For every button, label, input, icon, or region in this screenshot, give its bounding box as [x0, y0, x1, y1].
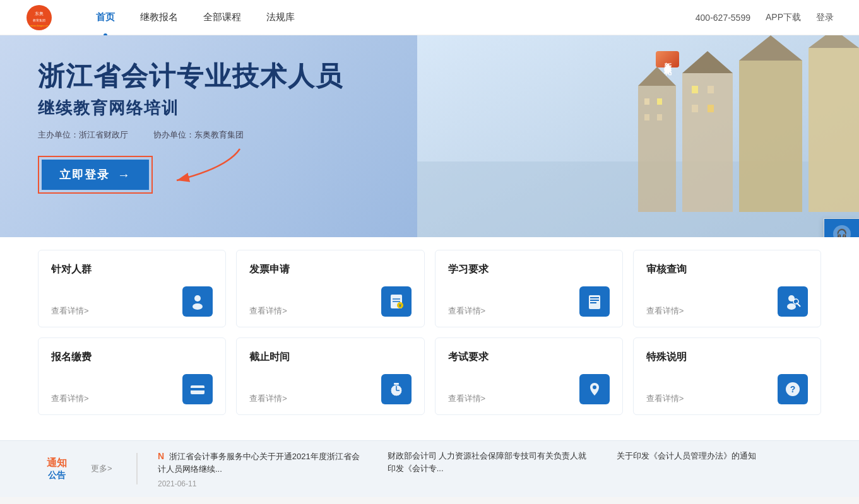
nav-item-courses[interactable]: 全部课程 — [203, 9, 241, 26]
svg-rect-32 — [590, 300, 599, 301]
card-invoice-bottom: 查看详情> ¥ — [249, 286, 411, 317]
card-exam-req-bottom: 查看详情> — [448, 374, 610, 404]
card-study-req-bottom: 查看详情> — [448, 286, 610, 317]
notice-item-1-title: 财政部会计司 人力资源社会保障部专技司有关负责人就 印发《会计专... — [388, 450, 592, 474]
nav-item-home[interactable]: 首页 — [96, 9, 115, 26]
card-study-req-link[interactable]: 查看详情> — [448, 305, 486, 317]
svg-rect-8 — [739, 61, 802, 212]
card-exam-req-link[interactable]: 查看详情> — [448, 393, 486, 404]
card-study-req-title: 学习要求 — [448, 263, 610, 276]
notice-item-2[interactable]: 关于印发《会计人员管理办法》的通知 — [617, 450, 821, 488]
card-payment-icon — [182, 374, 213, 404]
svg-rect-14 — [644, 98, 649, 105]
svg-rect-43 — [394, 383, 399, 385]
svg-rect-39 — [191, 388, 204, 390]
timer-icon — [381, 374, 412, 404]
svg-point-24 — [193, 303, 203, 310]
svg-rect-20 — [692, 105, 698, 112]
svg-rect-7 — [682, 73, 733, 212]
card-special-note-link[interactable]: 查看详情> — [646, 393, 684, 404]
arrow-icon: → — [117, 168, 131, 182]
svg-point-44 — [593, 385, 596, 389]
promo-badge: 新人领家礼 — [656, 51, 679, 67]
card-review-query-link[interactable]: 查看详情> — [646, 305, 684, 317]
svg-rect-17 — [657, 114, 662, 120]
notice-item-0[interactable]: N 浙江省会计事务服务中心关于开通2021年度浙江省会计人员网络继续... 20… — [158, 450, 362, 488]
notice-label-top: 通知 — [47, 457, 67, 470]
card-study-req[interactable]: 学习要求 查看详情> — [435, 250, 623, 327]
logo-icon: 东奥 教育集团 www.dongao.cn — [25, 4, 53, 32]
hero-org: 主办单位：浙江省财政厅 协办单位：东奥教育集团 — [38, 129, 343, 141]
notice-more-link[interactable]: 更多> — [91, 463, 116, 474]
card-registration-fee-link[interactable]: 查看详情> — [51, 393, 89, 404]
card-deadline-link[interactable]: 查看详情> — [249, 393, 287, 404]
login-button-text: 立即登录 — [59, 167, 110, 182]
login-btn-wrapper: 立即登录 → — [38, 156, 153, 194]
card-invoice-link[interactable]: 查看详情> — [249, 305, 287, 317]
info-grid: 针对人群 查看详情> 发票申请 查看详情> ¥ 学习要求 查看详情> — [38, 250, 821, 415]
card-target-group[interactable]: 针对人群 查看详情> — [38, 250, 226, 327]
notice-divider — [136, 453, 138, 484]
svg-text:www.dongao.cn: www.dongao.cn — [30, 24, 48, 27]
nav-item-jijiao[interactable]: 继教报名 — [140, 9, 178, 26]
hero-subtitle: 继续教育网络培训 — [38, 97, 343, 119]
svg-point-35 — [787, 303, 796, 310]
card-target-group-title: 针对人群 — [51, 263, 213, 276]
card-deadline[interactable]: 截止时间 查看详情> — [236, 337, 424, 415]
card-target-group-bottom: 查看详情> — [51, 286, 213, 317]
hero-title: 浙江省会计专业技术人员 — [38, 61, 343, 92]
hero-bg-illustration — [417, 35, 859, 237]
notice-label: 通知 公告 — [38, 457, 76, 481]
notice-n-icon: N — [158, 451, 164, 461]
book-icon — [579, 286, 610, 317]
card-review-query[interactable]: 审核查询 查看详情> — [633, 250, 821, 327]
card-invoice-title: 发票申请 — [249, 263, 411, 276]
svg-point-23 — [194, 295, 201, 302]
notice-label-bottom: 公告 — [48, 470, 66, 481]
login-link[interactable]: 登录 — [816, 12, 834, 23]
notice-item-0-title: N 浙江省会计事务服务中心关于开通2021年度浙江省会计人员网络继续... — [158, 450, 362, 476]
hero-content: 浙江省会计专业技术人员 继续教育网络培训 主办单位：浙江省财政厅 协办单位：东奥… — [38, 61, 343, 194]
svg-text:?: ? — [790, 384, 796, 394]
org-co: 协办单位：东奥教育集团 — [153, 129, 244, 141]
app-download-link[interactable]: APP下载 — [766, 12, 801, 23]
card-special-note[interactable]: 特殊说明 查看详情> ? — [633, 337, 821, 415]
svg-rect-15 — [657, 98, 662, 105]
nav-menu: 首页 继教报名 全部课程 法规库 — [96, 9, 696, 26]
card-special-note-bottom: 查看详情> ? — [646, 374, 808, 404]
headphone-icon: 🎧 — [833, 225, 851, 237]
card-registration-fee-bottom: 查看详情> — [51, 374, 213, 404]
card-exam-req[interactable]: 考试要求 查看详情> — [435, 337, 623, 415]
card-review-query-bottom: 查看详情> — [646, 286, 808, 317]
question-icon: ? — [778, 374, 808, 404]
person-icon — [182, 286, 213, 317]
logo-area: 东奥 教育集团 www.dongao.cn — [25, 4, 58, 32]
svg-text:教育集团: 教育集团 — [33, 18, 45, 22]
notice-items: N 浙江省会计事务服务中心关于开通2021年度浙江省会计人员网络继续... 20… — [158, 450, 821, 488]
notice-item-0-date: 2021-06-11 — [158, 479, 362, 488]
login-button[interactable]: 立即登录 → — [42, 160, 149, 190]
svg-text:¥: ¥ — [399, 303, 401, 308]
card-deadline-bottom: 查看详情> — [249, 374, 411, 404]
card-target-group-link[interactable]: 查看详情> — [51, 305, 89, 317]
svg-rect-19 — [708, 86, 714, 93]
invoice-icon: ¥ — [381, 286, 412, 317]
org-main: 主办单位：浙江省财政厅 — [38, 129, 128, 141]
sidebar-online-service[interactable]: 🎧 在线客服 — [824, 219, 859, 237]
card-registration-fee[interactable]: 报名缴费 查看详情> — [38, 337, 226, 415]
nav-item-laws[interactable]: 法规库 — [266, 9, 295, 26]
notice-section: 通知 公告 更多> N 浙江省会计事务服务中心关于开通2021年度浙江省会计人员… — [0, 440, 859, 497]
svg-text:东奥: 东奥 — [35, 11, 44, 16]
svg-rect-18 — [692, 86, 698, 93]
card-registration-fee-title: 报名缴费 — [51, 351, 213, 364]
svg-rect-33 — [590, 302, 596, 303]
notice-item-2-title: 关于印发《会计人员管理办法》的通知 — [617, 450, 821, 462]
header: 东奥 教育集团 www.dongao.cn 首页 继教报名 全部课程 法规库 4… — [0, 0, 859, 35]
sidebar-float: 🎧 在线客服 📱 APP下载 💬 关注微信 — [824, 218, 859, 237]
card-invoice[interactable]: 发票申请 查看详情> ¥ — [236, 250, 424, 327]
svg-rect-9 — [809, 48, 859, 212]
svg-rect-31 — [590, 297, 599, 298]
svg-rect-21 — [708, 105, 714, 112]
svg-point-37 — [793, 299, 798, 304]
notice-item-1[interactable]: 财政部会计司 人力资源社会保障部专技司有关负责人就 印发《会计专... — [388, 450, 592, 488]
